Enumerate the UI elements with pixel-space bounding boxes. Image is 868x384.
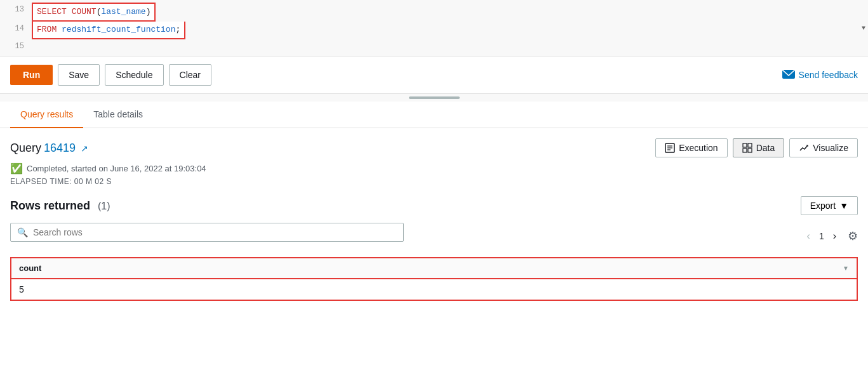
search-icon: 🔍	[17, 227, 28, 237]
search-bar[interactable]: 🔍	[10, 223, 404, 242]
data-label: Data	[756, 143, 775, 153]
visualize-button[interactable]: Visualize	[789, 138, 858, 157]
scroll-indicator: ▼	[862, 25, 865, 32]
svg-rect-6	[748, 143, 752, 147]
send-feedback-label: Send feedback	[799, 70, 858, 80]
visualize-label: Visualize	[813, 143, 848, 153]
query-title-group: Query 16419 ↗	[10, 142, 88, 155]
data-icon	[742, 143, 752, 153]
query-buttons: Execution Data Visualize	[655, 138, 858, 157]
export-button[interactable]: Export ▼	[801, 196, 858, 215]
query-status: ✅ Completed, started on June 16, 2022 at…	[10, 162, 858, 175]
resize-bar	[409, 96, 460, 99]
next-page-button[interactable]: ›	[829, 229, 840, 243]
data-button[interactable]: Data	[733, 138, 785, 157]
tab-bar: Query results Table details	[0, 102, 868, 128]
prev-page-button[interactable]: ‹	[803, 229, 814, 243]
rows-section: Rows returned (1) Export ▼	[10, 196, 858, 215]
tab-table-details[interactable]: Table details	[83, 102, 153, 128]
resize-handle[interactable]	[0, 94, 868, 102]
sort-icon[interactable]: ▼	[843, 265, 849, 272]
page-controls: ‹ 1 › ⚙	[803, 229, 858, 243]
send-feedback-link[interactable]: Send feedback	[782, 70, 858, 80]
execution-icon	[665, 143, 675, 153]
save-button[interactable]: Save	[58, 64, 100, 86]
status-ok-icon: ✅	[10, 162, 23, 175]
table-header-row: count ▼	[11, 258, 857, 279]
run-button[interactable]: Run	[10, 65, 53, 85]
rows-count: (1)	[98, 201, 110, 211]
table-settings-icon[interactable]: ⚙	[848, 229, 858, 243]
code-editor[interactable]: 13 SELECT COUNT(last_name) 14 FROM redsh…	[0, 0, 868, 56]
rows-returned-label-group: Rows returned (1)	[10, 199, 110, 213]
elapsed-time: ELAPSED TIME: 00 m 02 s	[10, 177, 858, 186]
page-number: 1	[819, 231, 824, 241]
rows-returned-label: Rows returned	[10, 199, 90, 212]
table-row: 5	[11, 279, 857, 300]
schedule-button[interactable]: Schedule	[105, 64, 163, 86]
data-table: count ▼ 5	[10, 257, 858, 301]
status-text: Completed, started on June 16, 2022 at 1…	[27, 164, 206, 173]
results-panel: Query 16419 ↗ Execution Data Visualize ✅…	[0, 128, 868, 311]
query-id: 16419	[44, 142, 76, 154]
column-header-count: count ▼	[11, 258, 857, 279]
code-line-14: 14 FROM redshift_count_function;	[0, 22, 868, 39]
export-chevron-icon: ▼	[839, 201, 848, 211]
execution-button[interactable]: Execution	[655, 138, 727, 157]
cell-count-value: 5	[11, 279, 857, 300]
column-header-label: count	[19, 263, 41, 273]
code-line-15: 15	[0, 39, 868, 53]
search-input[interactable]	[33, 227, 397, 237]
query-header: Query 16419 ↗ Execution Data Visualize	[10, 138, 858, 157]
execution-label: Execution	[679, 143, 718, 153]
external-link-icon[interactable]: ↗	[81, 143, 88, 154]
query-label: Query	[10, 142, 41, 154]
svg-rect-5	[743, 143, 747, 147]
toolbar: Run Save Schedule Clear Send feedback	[0, 56, 868, 94]
svg-rect-7	[743, 149, 747, 152]
tab-query-results[interactable]: Query results	[10, 102, 83, 128]
visualize-icon	[799, 143, 809, 153]
export-label: Export	[810, 201, 836, 211]
clear-button[interactable]: Clear	[169, 64, 211, 86]
svg-rect-8	[748, 149, 752, 152]
feedback-icon	[782, 70, 795, 80]
code-line-13: 13 SELECT COUNT(last_name)	[0, 3, 868, 22]
